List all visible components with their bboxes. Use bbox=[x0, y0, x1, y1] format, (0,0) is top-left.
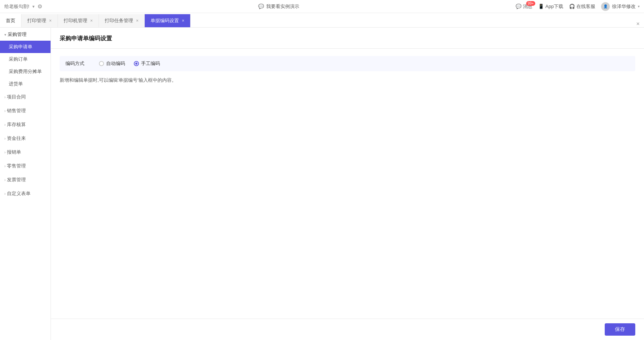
demo-icon: 💬 bbox=[258, 4, 264, 9]
sidebar-group-invoice[interactable]: › 发票管理 bbox=[0, 173, 51, 187]
radio-auto-label: 自动编码 bbox=[106, 60, 125, 67]
invoice-chevron-icon: › bbox=[4, 178, 5, 182]
tab-printer-manage[interactable]: 打印机管理 × bbox=[58, 14, 99, 27]
sidebar-group-returns-label: 报销单 bbox=[7, 149, 21, 155]
save-button[interactable]: 保存 bbox=[605, 323, 635, 336]
retail-chevron-icon: › bbox=[4, 164, 5, 168]
sidebar-group-finance-label: 资金往来 bbox=[7, 135, 26, 142]
purchase-chevron-icon: ▾ bbox=[4, 33, 6, 37]
dropdown-icon[interactable]: ▾ bbox=[32, 4, 35, 9]
sidebar-group-inventory-label: 库存核算 bbox=[7, 121, 26, 128]
user-dropdown-icon: ▾ bbox=[638, 4, 640, 8]
app-download-button[interactable]: 📱 App下载 bbox=[538, 3, 563, 10]
radio-manual[interactable]: 手工编码 bbox=[134, 60, 160, 67]
sidebar-item-purchase-expense-label: 采购费用分摊单 bbox=[9, 69, 42, 74]
sidebar-group-project-contract[interactable]: › 项目合同 bbox=[0, 90, 51, 104]
sidebar-item-incoming-label: 进货单 bbox=[9, 81, 23, 86]
tab-barcode-setting[interactable]: 单据编码设置 × bbox=[145, 14, 191, 27]
sidebar-group-finance[interactable]: › 资金往来 bbox=[0, 131, 51, 145]
sidebar-group-project-contract-label: 项目合同 bbox=[7, 94, 26, 100]
top-bar-right: 💬 消息 99+ 📱 App下载 🎧 在线客服 👤 徐泽华修改 ▾ bbox=[516, 2, 640, 11]
message-badge: 99+ bbox=[526, 1, 535, 6]
sidebar-item-purchase-request[interactable]: 采购申请单 bbox=[0, 41, 51, 53]
sidebar-group-invoice-label: 发票管理 bbox=[7, 177, 26, 183]
tab-print-task-label: 打印任务管理 bbox=[105, 17, 133, 24]
radio-group-encoding: 自动编码 手工编码 bbox=[99, 60, 160, 67]
demo-text[interactable]: 我要看实例演示 bbox=[266, 3, 299, 10]
top-bar-left: 给老板勾割! ▾ ⚙ bbox=[4, 3, 42, 10]
brand-text[interactable]: 给老板勾割! bbox=[4, 3, 29, 10]
sidebar-group-retail[interactable]: › 零售管理 bbox=[0, 159, 51, 173]
encoding-section: 编码方式 自动编码 手工编码 bbox=[60, 56, 635, 71]
sidebar-group-sales[interactable]: › 销售管理 bbox=[0, 104, 51, 118]
tab-print-task-close[interactable]: × bbox=[136, 18, 139, 23]
radio-auto-circle[interactable] bbox=[99, 61, 104, 66]
radio-auto[interactable]: 自动编码 bbox=[99, 60, 125, 67]
top-bar-center: 💬 我要看实例演示 bbox=[258, 3, 299, 10]
user-info[interactable]: 👤 徐泽华修改 ▾ bbox=[601, 2, 640, 11]
tab-print-task[interactable]: 打印任务管理 × bbox=[99, 14, 145, 27]
main-layout: ▾ 采购管理 采购申请单 采购订单 采购费用分摊单 进货单 › 项目合同 › 销… bbox=[0, 28, 644, 340]
project-contract-chevron-icon: › bbox=[4, 95, 5, 99]
content-body: 编码方式 自动编码 手工编码 新增和编辑单据时,可以编辑'单据编号'输入框中的内… bbox=[51, 49, 644, 319]
tab-print-manage-label: 打印管理 bbox=[27, 17, 46, 24]
username: 徐泽华修改 bbox=[612, 3, 636, 10]
tab-print-manage[interactable]: 打印管理 × bbox=[21, 14, 58, 27]
radio-manual-circle[interactable] bbox=[134, 61, 139, 66]
download-icon: 📱 bbox=[538, 4, 544, 9]
sidebar-group-inventory[interactable]: › 库存核算 bbox=[0, 118, 51, 131]
sales-chevron-icon: › bbox=[4, 109, 5, 113]
sidebar-group-returns[interactable]: › 报销单 bbox=[0, 145, 51, 159]
returns-chevron-icon: › bbox=[4, 150, 5, 154]
sidebar: ▾ 采购管理 采购申请单 采购订单 采购费用分摊单 进货单 › 项目合同 › 销… bbox=[0, 28, 51, 340]
headset-icon: 🎧 bbox=[569, 4, 575, 9]
top-bar: 给老板勾割! ▾ ⚙ 💬 我要看实例演示 💬 消息 99+ 📱 App下载 🎧 … bbox=[0, 0, 644, 13]
sidebar-group-sales-label: 销售管理 bbox=[7, 108, 26, 114]
tab-bar-close-all[interactable]: × bbox=[636, 21, 644, 27]
content-footer: 保存 bbox=[51, 319, 644, 340]
app-download-label: App下载 bbox=[545, 3, 563, 10]
message-button[interactable]: 💬 消息 99+ bbox=[516, 3, 532, 10]
avatar: 👤 bbox=[601, 2, 610, 11]
radio-manual-label: 手工编码 bbox=[141, 60, 160, 67]
sidebar-group-purchase[interactable]: ▾ 采购管理 bbox=[0, 28, 51, 41]
encoding-label: 编码方式 bbox=[65, 60, 87, 67]
settings-icon[interactable]: ⚙ bbox=[37, 3, 42, 10]
sidebar-group-retail-label: 零售管理 bbox=[7, 163, 26, 169]
tab-printer-manage-close[interactable]: × bbox=[90, 18, 93, 23]
inventory-chevron-icon: › bbox=[4, 123, 5, 127]
content-area: 采购申请单编码设置 编码方式 自动编码 手工编码 新增和编辑单据时,可以编辑'单… bbox=[51, 28, 644, 340]
online-support-button[interactable]: 🎧 在线客服 bbox=[569, 3, 595, 10]
finance-chevron-icon: › bbox=[4, 137, 5, 141]
sidebar-item-purchase-expense[interactable]: 采购费用分摊单 bbox=[0, 65, 51, 78]
sidebar-item-purchase-order-label: 采购订单 bbox=[9, 56, 28, 62]
sidebar-group-custom-form-label: 自定义表单 bbox=[7, 190, 31, 197]
custom-form-chevron-icon: › bbox=[4, 192, 5, 196]
message-icon: 💬 bbox=[516, 4, 521, 9]
online-support-label: 在线客服 bbox=[576, 3, 595, 10]
sidebar-item-incoming[interactable]: 进货单 bbox=[0, 78, 51, 90]
sidebar-item-purchase-request-label: 采购申请单 bbox=[9, 44, 32, 49]
info-text: 新增和编辑单据时,可以编辑'单据编号'输入框中的内容。 bbox=[60, 77, 635, 84]
tab-bar: 首页 打印管理 × 打印机管理 × 打印任务管理 × 单据编码设置 × × bbox=[0, 13, 644, 28]
sidebar-group-custom-form[interactable]: › 自定义表单 bbox=[0, 187, 51, 201]
tab-printer-manage-label: 打印机管理 bbox=[64, 17, 87, 24]
tab-barcode-setting-label: 单据编码设置 bbox=[151, 17, 179, 24]
sidebar-item-purchase-order[interactable]: 采购订单 bbox=[0, 53, 51, 65]
tab-home-label: 首页 bbox=[6, 17, 15, 24]
tab-barcode-setting-close[interactable]: × bbox=[182, 18, 184, 23]
tab-home[interactable]: 首页 bbox=[0, 14, 21, 27]
sidebar-group-purchase-label: 采购管理 bbox=[8, 31, 27, 38]
tab-print-manage-close[interactable]: × bbox=[49, 18, 52, 23]
page-title: 采购申请单编码设置 bbox=[51, 28, 644, 49]
